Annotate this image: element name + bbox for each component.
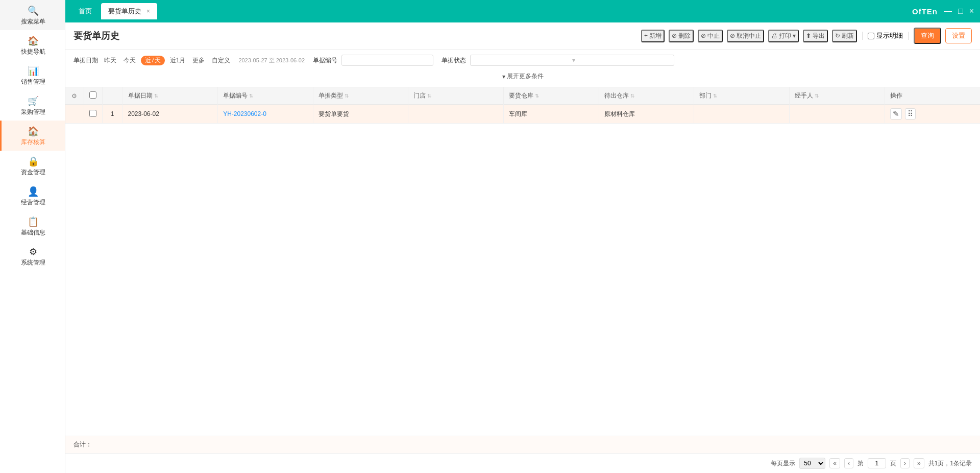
home-tab-label: 首页	[79, 7, 92, 16]
print-button[interactable]: 🖨 打印 ▾	[768, 30, 799, 42]
more-action-icon[interactable]: ⠿	[905, 108, 916, 120]
bill-no-input[interactable]	[341, 55, 433, 66]
sort-handler[interactable]: 经手人 ⇅	[795, 91, 819, 100]
sort-bill-type[interactable]: 单据类型 ⇅	[318, 91, 349, 100]
expand-label: 展开更多条件	[507, 72, 544, 81]
sort-icon-handler: ⇅	[815, 93, 819, 99]
sidebar-item-purchase-mgmt[interactable]: 🛒 采购管理	[0, 90, 65, 121]
bill-status-filter-group: 单据状态 ▾	[442, 55, 972, 66]
sidebar-item-label: 销售管理	[21, 78, 45, 86]
page-prefix: 第	[857, 459, 864, 468]
sidebar-item-system-mgmt[interactable]: ⚙ 系统管理	[0, 241, 65, 271]
th-department: 部门 ⇅	[694, 87, 790, 105]
sidebar-item-quick-nav[interactable]: 🏠 快捷导航	[0, 30, 65, 60]
sort-pending-warehouse[interactable]: 待出仓库 ⇅	[604, 91, 634, 100]
pagination: 每页显示 20 50 100 200 « ‹ 第 页 › » 共1页，1条记录	[65, 453, 980, 473]
custom-shortcut[interactable]: 自定义	[210, 56, 232, 65]
sidebar-item-operations-mgmt[interactable]: 👤 经营管理	[0, 181, 65, 211]
delete-button[interactable]: ⊘ 删除	[669, 30, 694, 42]
yesterday-shortcut[interactable]: 昨天	[102, 56, 118, 65]
last1month-shortcut[interactable]: 近1月	[168, 56, 188, 65]
sidebar-item-finance-mgmt[interactable]: 🔒 资金管理	[0, 151, 65, 181]
table-row: 1 2023-06-02 YH-20230602-0 要货单要货 车间库 原材料…	[65, 105, 980, 124]
first-page-button[interactable]: «	[829, 458, 840, 468]
active-tab-label: 要货单历史	[108, 7, 141, 16]
bill-no-label: 单据编号	[313, 56, 337, 65]
basic-info-icon: 📋	[28, 217, 39, 226]
td-handler	[790, 105, 885, 124]
topbar-right: OfTEn — □ ×	[912, 7, 974, 16]
main-content: 首页 要货单历史 × OfTEn — □ × 要货单历史 + 新增 ⊘ 删除	[65, 0, 980, 473]
page-number-input[interactable]	[868, 458, 886, 468]
print-label: 打印	[779, 32, 791, 40]
filter-bar: 单据日期 昨天 今天 近7天 近1月 更多 自定义 2023-05-27 至 2…	[65, 50, 980, 87]
sort-req-warehouse[interactable]: 要货仓库 ⇅	[509, 91, 539, 100]
th-checkbox	[84, 87, 102, 105]
sidebar-item-label: 资金管理	[21, 168, 45, 177]
system-icon: ⚙	[29, 247, 37, 256]
show-detail-checkbox[interactable]	[868, 33, 874, 39]
date-filter-label: 单据日期	[74, 56, 98, 65]
page-header: 要货单历史 + 新增 ⊘ 删除 ⊘ 中止 ⊘ 取消中止	[65, 22, 980, 50]
delete-icon: ⊘	[672, 32, 677, 39]
td-checkbox	[84, 105, 102, 124]
brand-logo: OfTEn	[912, 7, 938, 16]
th-store: 门店 ⇅	[408, 87, 504, 105]
settings-label: 设置	[952, 31, 965, 40]
td-store	[408, 105, 504, 124]
page-size-select[interactable]: 20 50 100 200	[799, 458, 825, 469]
refresh-label: 刷新	[842, 32, 854, 40]
stop-button[interactable]: ⊘ 中止	[698, 30, 723, 42]
sidebar-item-basic-info[interactable]: 📋 基础信息	[0, 211, 65, 241]
th-bill-date: 单据日期 ⇅	[122, 87, 218, 105]
active-tab[interactable]: 要货单历史 ×	[101, 3, 157, 19]
settings-column-icon[interactable]: ⚙	[71, 92, 77, 100]
purchase-icon: 🛒	[28, 97, 39, 106]
refresh-button[interactable]: ↻ 刷新	[832, 30, 857, 42]
close-window-button[interactable]: ×	[969, 7, 974, 16]
last-page-button[interactable]: »	[914, 458, 924, 468]
sidebar-item-label: 系统管理	[21, 258, 45, 267]
date-range-text: 2023-05-27 至 2023-06-02	[238, 57, 305, 64]
page-size-prefix: 每页显示	[771, 459, 795, 468]
settings-button[interactable]: 设置	[945, 28, 972, 43]
sidebar-item-sales-mgmt[interactable]: 📊 销售管理	[0, 60, 65, 90]
sort-department[interactable]: 部门 ⇅	[699, 91, 717, 100]
sort-bill-date[interactable]: 单据日期 ⇅	[128, 91, 158, 100]
today-shortcut[interactable]: 今天	[121, 56, 138, 65]
td-action: ✎ ⠿	[885, 105, 980, 124]
sidebar-item-inventory[interactable]: 🏠 库存核算	[0, 121, 65, 151]
sort-icon-req-warehouse: ⇅	[535, 93, 539, 99]
th-handler: 经手人 ⇅	[790, 87, 885, 105]
page-body: 要货单历史 + 新增 ⊘ 删除 ⊘ 中止 ⊘ 取消中止	[65, 22, 980, 473]
toolbar-divider	[862, 32, 863, 40]
add-button[interactable]: + 新增	[641, 30, 665, 42]
sort-bill-no[interactable]: 单据编号 ⇅	[223, 91, 253, 100]
th-req-warehouse: 要货仓库 ⇅	[504, 87, 599, 105]
more-shortcut[interactable]: 更多	[190, 56, 207, 65]
sidebar-item-search-menu[interactable]: 🔍 搜索菜单	[0, 0, 65, 30]
maximize-button[interactable]: □	[958, 7, 963, 16]
sidebar-item-label: 库存核算	[21, 138, 45, 147]
show-detail-toggle[interactable]: 显示明细	[868, 31, 903, 40]
row-checkbox[interactable]	[89, 110, 96, 117]
th-bill-type: 单据类型 ⇅	[313, 87, 408, 105]
add-label: 新增	[649, 32, 662, 40]
tab-close-icon[interactable]: ×	[146, 8, 150, 15]
cancel-stop-button[interactable]: ⊘ 取消中止	[727, 30, 764, 42]
topbar: 首页 要货单历史 × OfTEn — □ ×	[65, 0, 980, 22]
edit-action-icon[interactable]: ✎	[890, 108, 902, 120]
next-page-button[interactable]: ›	[900, 458, 910, 468]
query-button[interactable]: 查询	[914, 28, 941, 44]
prev-page-button[interactable]: ‹	[844, 458, 853, 468]
expand-conditions-button[interactable]: ▾ 展开更多条件	[498, 71, 548, 82]
last7days-shortcut[interactable]: 近7天	[141, 56, 165, 65]
bill-status-select[interactable]: ▾	[470, 55, 674, 66]
home-tab[interactable]: 首页	[71, 3, 99, 19]
bill-no-link[interactable]: YH-20230602-0	[223, 110, 266, 117]
export-button[interactable]: ⬆ 导出	[803, 30, 828, 42]
select-all-checkbox[interactable]	[89, 91, 96, 99]
minimize-button[interactable]: —	[944, 7, 952, 16]
sort-store[interactable]: 门店 ⇅	[413, 91, 431, 100]
th-index	[102, 87, 122, 105]
